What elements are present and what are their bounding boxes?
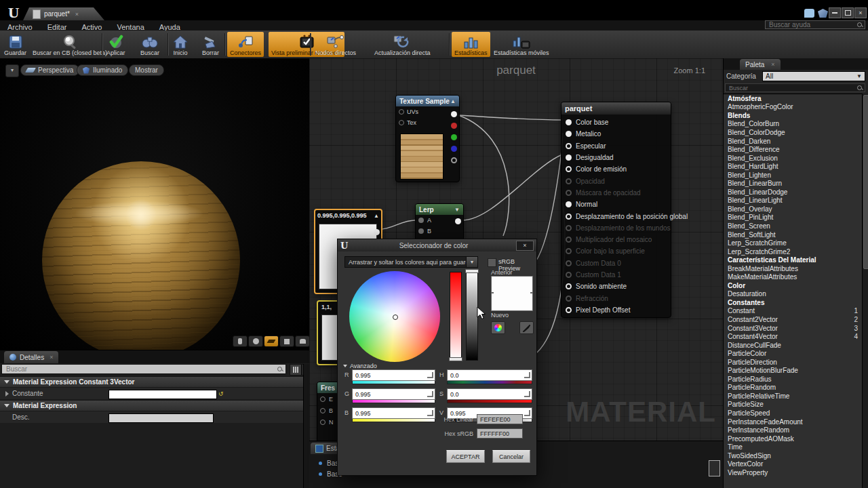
apply-button[interactable]: Aplicar bbox=[104, 32, 128, 57]
palette-item[interactable]: Blends bbox=[724, 111, 862, 120]
palette-item[interactable]: Constant3Vector 3 bbox=[724, 324, 862, 333]
palette-item[interactable]: ParticleSize bbox=[724, 401, 862, 409]
material-output-pin-row[interactable]: Desplazamiento de los mundos bbox=[561, 222, 671, 234]
node-header[interactable]: Lerp ▼ bbox=[416, 204, 463, 215]
collapse-arrow-icon[interactable]: ▲ bbox=[374, 213, 379, 219]
cancel-button[interactable]: Cancelar bbox=[492, 450, 530, 463]
palette-item[interactable]: Blend_SoftLight bbox=[724, 230, 862, 239]
pin-icon[interactable] bbox=[399, 109, 404, 115]
palette-item[interactable]: Constant 1 bbox=[724, 307, 862, 316]
reset-to-default-icon[interactable]: ↺ bbox=[218, 390, 224, 397]
slider-spinner-icon[interactable] bbox=[524, 372, 530, 378]
palette-scrollbar[interactable] bbox=[862, 94, 868, 488]
live-nodes-button[interactable]: Nodos directos bbox=[313, 32, 359, 57]
palette-item[interactable]: ParticleRadius bbox=[724, 375, 862, 384]
material-output-pin-row[interactable]: Desigualdad bbox=[561, 152, 671, 163]
details-search-box[interactable] bbox=[1, 364, 286, 374]
pin-icon[interactable] bbox=[566, 143, 572, 149]
pin-icon[interactable] bbox=[566, 119, 572, 125]
palette-item[interactable]: PerInstanceRandom bbox=[724, 426, 862, 434]
accept-button[interactable]: ACEPTAR bbox=[446, 450, 485, 463]
palette-item[interactable]: Blend_Exclusion bbox=[724, 154, 862, 163]
pin-icon[interactable] bbox=[566, 131, 572, 137]
chevron-down-icon[interactable]: ▼ bbox=[466, 257, 477, 267]
color-wheel-mode-button[interactable] bbox=[491, 321, 505, 334]
color-slider[interactable]: G 0.995 bbox=[344, 388, 435, 403]
palette-item[interactable]: Blend_Screen bbox=[724, 222, 862, 230]
palette-item[interactable]: Desaturation bbox=[724, 290, 862, 299]
pin-icon[interactable] bbox=[566, 296, 572, 302]
palette-search-box[interactable] bbox=[725, 83, 865, 92]
palette-item[interactable]: Constant4Vector 4 bbox=[724, 332, 862, 341]
palette-item[interactable]: PrecomputedAOMask bbox=[724, 434, 862, 443]
eyedropper-button[interactable] bbox=[519, 321, 534, 334]
marketplace-cube-icon[interactable] bbox=[818, 9, 828, 18]
advanced-expander[interactable]: Avanzado bbox=[343, 363, 377, 369]
collapse-arrow-icon[interactable]: ▼ bbox=[454, 207, 460, 213]
palette-item[interactable]: Blend_LinearBurn bbox=[724, 179, 862, 188]
node-input-row[interactable]: Tex bbox=[396, 117, 459, 128]
palette-item[interactable]: Blend_Difference bbox=[724, 145, 862, 154]
material-output-pin-row[interactable]: Normal bbox=[561, 199, 671, 210]
palette-item[interactable]: Características Del Material bbox=[724, 256, 862, 264]
section-header-material-expression[interactable]: Material Expression bbox=[0, 400, 309, 411]
pin-icon[interactable] bbox=[566, 248, 572, 254]
material-output-pin-row[interactable]: Multiplicador del mosaico bbox=[561, 234, 671, 245]
tab-close-icon[interactable]: × bbox=[771, 61, 774, 68]
material-output-pin-row[interactable]: Sonido ambiente bbox=[561, 281, 671, 292]
palette-item[interactable]: Blend_LinearLight bbox=[724, 197, 862, 205]
palette-item[interactable]: DistanceCullFade bbox=[724, 341, 862, 350]
color-slider[interactable]: H 0.0 bbox=[439, 369, 532, 384]
palette-item[interactable]: Blend_PinLight bbox=[724, 214, 862, 222]
palette-item[interactable]: TwoSidedSign bbox=[724, 451, 862, 460]
palette-item[interactable]: Lerp_ScratchGrime bbox=[724, 239, 862, 247]
slider-value-field[interactable]: 0.995 bbox=[352, 369, 435, 381]
material-output-pin-row[interactable]: Especular bbox=[561, 140, 671, 152]
palette-item[interactable]: AtmosphericFogColor bbox=[724, 103, 862, 112]
dialog-title-bar[interactable]: U Seleccionador de color × bbox=[338, 239, 536, 251]
saturation-slider[interactable] bbox=[450, 272, 462, 360]
slider-gradient-strip[interactable] bbox=[352, 381, 435, 384]
palette-item[interactable]: ParticleDirection bbox=[724, 358, 862, 367]
palette-item[interactable]: Blend_ColorDodge bbox=[724, 128, 862, 137]
pin-icon[interactable] bbox=[399, 120, 404, 125]
hex-linear-input[interactable]: FEFEFE00 bbox=[477, 414, 523, 424]
material-output-pin-row[interactable]: Pixel Depth Offset bbox=[561, 304, 671, 316]
material-output-pin-row[interactable]: Metalico bbox=[561, 128, 671, 140]
pin-icon[interactable] bbox=[566, 155, 572, 161]
material-output-pin-row[interactable]: Refracción bbox=[561, 292, 671, 304]
material-output-pin-row[interactable]: Opacidad bbox=[561, 175, 671, 186]
details-scrollbar[interactable] bbox=[303, 364, 309, 488]
slider-gradient-strip[interactable] bbox=[447, 400, 532, 403]
preview-shape-cylinder-button[interactable] bbox=[233, 336, 248, 347]
saved-colors-dropdown[interactable]: Arrastrar y soltar los colores aqui para… bbox=[344, 256, 478, 268]
slider-spinner-icon[interactable] bbox=[524, 391, 530, 397]
column-view-button[interactable] bbox=[290, 364, 302, 375]
material-output-pin-row[interactable]: Color base bbox=[561, 117, 671, 128]
minimize-button[interactable] bbox=[829, 7, 841, 18]
show-button[interactable]: Mostrar bbox=[129, 64, 164, 76]
slider-spinner-icon[interactable] bbox=[524, 410, 530, 416]
color-wheel[interactable] bbox=[349, 271, 440, 362]
b-output-pin[interactable] bbox=[451, 146, 457, 152]
palette-item[interactable]: ParticleColor bbox=[724, 349, 862, 358]
node-header[interactable]: parquet bbox=[561, 102, 671, 115]
r-output-pin[interactable] bbox=[451, 123, 457, 129]
node-header[interactable]: Texture Sample ▲ bbox=[396, 96, 459, 106]
category-dropdown[interactable]: All ▼ bbox=[762, 71, 865, 81]
palette-item[interactable]: Blend_ColorBurn bbox=[724, 120, 862, 129]
desc-input[interactable] bbox=[108, 413, 214, 423]
collapse-arrow-icon[interactable]: ▲ bbox=[450, 98, 456, 104]
pin-icon[interactable] bbox=[418, 228, 424, 234]
palette-item[interactable]: Time bbox=[724, 443, 862, 451]
preview-shape-sphere-button[interactable] bbox=[248, 336, 263, 347]
lerp-node[interactable]: Lerp ▼ A B bbox=[415, 203, 464, 241]
palette-item[interactable]: ViewProperty bbox=[724, 468, 862, 477]
help-search-box[interactable] bbox=[765, 20, 865, 29]
pin-icon[interactable] bbox=[566, 260, 572, 266]
palette-item[interactable]: Color bbox=[724, 281, 862, 290]
mobile-stats-button[interactable]: Estadísticas móviles bbox=[491, 32, 552, 57]
palette-item[interactable]: ParticleSpeed bbox=[724, 409, 862, 418]
home-button[interactable]: Inicio bbox=[170, 32, 191, 57]
material-output-pin-row[interactable]: Custom Data 1 bbox=[561, 269, 671, 281]
